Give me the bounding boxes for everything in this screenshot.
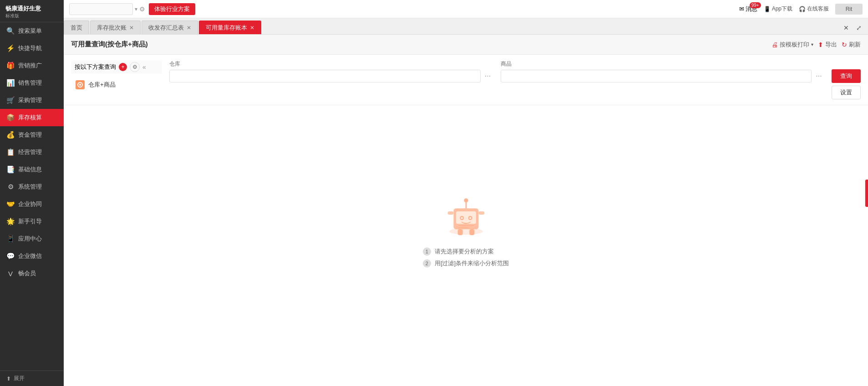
sidebar-item-basic[interactable]: 📑 基础信息 — [0, 161, 64, 178]
sidebar-item-membership[interactable]: V 畅会员 — [0, 265, 64, 282]
sidebar-item-search[interactable]: 🔍 搜索菜单 — [0, 22, 64, 40]
tab-expand-btn[interactable]: ⤢ — [853, 22, 864, 33]
logo-title: 畅康通好生意 — [5, 5, 58, 13]
filter-panel: 按以下方案查询 + ⚙ « 仓库+商品 仓 — [64, 55, 868, 105]
goods-more-icon[interactable]: ··· — [813, 71, 824, 82]
svg-rect-14 — [469, 229, 474, 235]
tab-batch-account[interactable]: 库存批次账 ✕ — [90, 21, 141, 34]
warehouse-input[interactable] — [169, 70, 481, 82]
star-icon: 🌟 — [6, 217, 15, 226]
scheme-item-label: 仓库+商品 — [88, 81, 116, 89]
warehouse-input-row: ··· — [169, 70, 493, 82]
sidebar-item-label: 资金管理 — [18, 131, 42, 139]
tabs-actions: ✕ ⤢ — [841, 22, 868, 34]
export-btn[interactable]: ⬆ 导出 — [818, 41, 837, 49]
print-icon: 🖨 — [772, 41, 778, 48]
sidebar-item-label: 快捷导航 — [18, 44, 42, 52]
message-badge: 99+ — [750, 2, 761, 8]
sidebar-scroll: 🔍 搜索菜单 ⚡ 快捷导航 🎁 营销推广 📊 销售管理 🛒 采购管理 📦 库存核… — [0, 22, 64, 371]
topbar-message[interactable]: ✉ 消息 99+ — [739, 5, 757, 13]
empty-icon-wrapper — [439, 187, 493, 242]
sidebar-item-label: 销售管理 — [18, 79, 42, 87]
sidebar-item-sales[interactable]: 📊 销售管理 — [0, 74, 64, 92]
sidebar-item-purchase[interactable]: 🛒 采购管理 — [0, 92, 64, 109]
app-label: App下载 — [772, 5, 792, 13]
filter-scheme-settings-icon[interactable]: ⚙ — [130, 62, 140, 72]
sidebar-bottom[interactable]: ⬆ 展开 — [0, 371, 64, 386]
topbar: ▾ ⚙ 体验行业方案 ✉ 消息 99+ 📱 App下载 🎧 在线客服 Rit — [64, 0, 868, 18]
sidebar-item-app-center[interactable]: 📱 应用中心 — [0, 230, 64, 247]
query-button[interactable]: 查询 — [832, 69, 861, 83]
sidebar-item-inventory[interactable]: 📦 库存核算 — [0, 109, 64, 126]
tab-close-icon[interactable]: ✕ — [129, 25, 134, 31]
tab-available-stock[interactable]: 可用量库存账本 ✕ — [199, 21, 261, 34]
goods-input[interactable] — [501, 70, 812, 82]
search-icon: 🔍 — [6, 27, 15, 35]
sidebar-item-marketing[interactable]: 🎁 营销推广 — [0, 57, 64, 74]
hint-text-2: 用[过滤]条件来缩小分析范围 — [435, 259, 509, 268]
page-header-actions: 🖨 按模板打印 ▾ ⬆ 导出 ↻ 刷新 — [772, 41, 861, 49]
sidebar-item-finance[interactable]: 💰 资金管理 — [0, 126, 64, 144]
doc-icon: 📑 — [6, 165, 15, 174]
filter-chevron-icon[interactable]: « — [142, 63, 146, 71]
trial-btn[interactable]: 体验行业方案 — [149, 3, 195, 15]
message-icon: ✉ — [739, 5, 744, 12]
hint-item-2: 2 用[过滤]条件来缩小分析范围 — [423, 259, 509, 268]
service-icon: 🎧 — [799, 6, 806, 12]
topbar-user-avatar[interactable]: Rit — [835, 4, 863, 15]
page-content: 可用量查询(按仓库+商品) 🖨 按模板打印 ▾ ⬆ 导出 ↻ 刷新 — [64, 35, 868, 386]
sidebar-item-label: 企业微信 — [18, 252, 42, 260]
export-icon: ⬆ — [818, 41, 823, 48]
tab-receipt-summary[interactable]: 收发存汇总表 ✕ — [142, 21, 198, 34]
sidebar-item-wechat[interactable]: 💬 企业微信 — [0, 247, 64, 265]
filter-scheme-item[interactable]: 仓库+商品 — [71, 77, 162, 92]
goods-input-row: ··· — [501, 70, 825, 82]
clipboard-icon: 📋 — [6, 148, 15, 156]
tab-home[interactable]: 首页 — [64, 21, 89, 34]
empty-state: 1 请先选择要分析的方案 2 用[过滤]条件来缩小分析范围 — [64, 105, 868, 386]
topbar-search-area: ▾ ⚙ — [69, 3, 145, 15]
tab-close-icon[interactable]: ✕ — [187, 25, 191, 31]
gift-icon: 🎁 — [6, 62, 15, 70]
warehouse-more-icon[interactable]: ··· — [482, 71, 493, 82]
scheme-icon — [76, 80, 85, 89]
filter-left: 按以下方案查询 + ⚙ « 仓库+商品 — [71, 60, 162, 92]
filter-actions: 查询 设置 — [832, 60, 861, 99]
svg-rect-13 — [457, 229, 462, 235]
svg-point-7 — [461, 217, 463, 219]
topbar-right: ✉ 消息 99+ 📱 App下载 🎧 在线客服 Rit — [739, 4, 863, 15]
svg-rect-12 — [478, 211, 484, 215]
sidebar-item-label: 营销推广 — [18, 62, 42, 70]
print-btn[interactable]: 🖨 按模板打印 ▾ — [772, 41, 813, 49]
tab-close-btn[interactable]: ✕ — [841, 22, 852, 33]
topbar-search-input[interactable] — [69, 3, 133, 15]
sidebar-item-enterprise[interactable]: 🤝 企业协同 — [0, 196, 64, 213]
sidebar-item-newbie[interactable]: 🌟 新手引导 — [0, 213, 64, 230]
sidebar-item-label: 应用中心 — [18, 235, 42, 243]
tab-label: 首页 — [71, 24, 82, 32]
sidebar-item-label: 新手引导 — [18, 217, 42, 226]
sidebar-item-quick-nav[interactable]: ⚡ 快捷导航 — [0, 40, 64, 57]
topbar-gear-icon[interactable]: ⚙ — [139, 5, 145, 13]
print-chevron-icon: ▾ — [811, 42, 813, 47]
filter-add-icon[interactable]: + — [119, 63, 127, 71]
handshake-icon: 🤝 — [6, 200, 15, 208]
chart-icon: 📊 — [6, 79, 15, 87]
tab-close-icon[interactable]: ✕ — [250, 25, 254, 31]
topbar-chevron-icon[interactable]: ▾ — [135, 6, 137, 12]
sidebar-item-label: 企业协同 — [18, 200, 42, 208]
settings-button[interactable]: 设置 — [832, 86, 861, 99]
chat-icon: 💬 — [6, 252, 15, 260]
sidebar-item-operation[interactable]: 📋 经营管理 — [0, 144, 64, 161]
topbar-app-download[interactable]: 📱 App下载 — [764, 5, 792, 13]
hint-num-1: 1 — [423, 247, 431, 256]
sidebar-item-system[interactable]: ⚙ 系统管理 — [0, 178, 64, 196]
refresh-btn[interactable]: ↻ 刷新 — [842, 41, 861, 49]
gear-icon: ⚙ — [6, 183, 15, 191]
topbar-online-service[interactable]: 🎧 在线客服 — [799, 5, 829, 13]
expand-icon: ⬆ — [6, 376, 11, 382]
service-label: 在线客服 — [807, 5, 829, 13]
refresh-icon: ↻ — [842, 41, 847, 48]
warehouse-label: 仓库 — [169, 60, 493, 68]
logo-sub: 标准版 — [5, 13, 58, 19]
